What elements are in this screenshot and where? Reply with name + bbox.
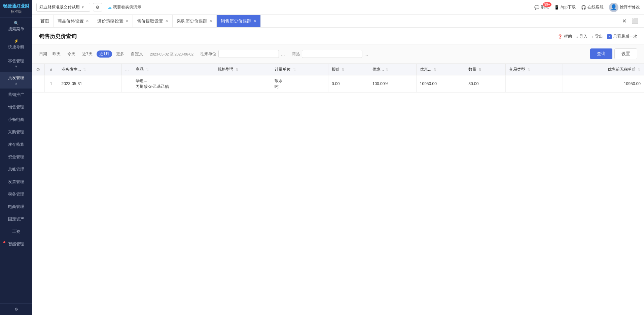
col-biz-date[interactable]: 业务发生... ⇅ <box>58 64 122 75</box>
settings-button[interactable]: 设置 <box>614 48 637 59</box>
mobile-icon: 📱 <box>554 5 559 10</box>
sidebar-item-marketing[interactable]: 营销推广 <box>0 89 32 101</box>
table-row[interactable]: 1 2023-05-31 华逍...丙烯酸-2-乙基己酯 散水吨 0.00 10… <box>32 75 644 93</box>
demo-label: 我要看实例演示 <box>113 4 141 10</box>
table-settings-icon[interactable]: ⚙ <box>36 67 40 72</box>
tab-price-settings[interactable]: 商品价格设置 ✕ <box>53 15 93 28</box>
gear-icon: ⚙ <box>96 5 100 10</box>
date-btn-last7[interactable]: 近7天 <box>79 50 95 58</box>
tab-price-extract[interactable]: 售价提取设置 ✕ <box>133 15 173 28</box>
date-btn-yesterday[interactable]: 昨天 <box>50 50 63 58</box>
app-download-button[interactable]: 📱 App下载 <box>554 4 576 10</box>
help-link[interactable]: ❓ 帮助 <box>558 34 572 39</box>
only-last-checkbox[interactable]: ✓ 只看最后一次 <box>607 34 637 39</box>
goods-dots[interactable]: ... <box>364 51 368 57</box>
sidebar-item-quicknav[interactable]: ⚡ 快捷导航 <box>0 35 32 53</box>
workspace-selector[interactable]: 好业财标准版交付试用 ▼ <box>36 3 90 12</box>
import-link[interactable]: ↓ 导入 <box>576 34 587 39</box>
chevron-down-icon: ▼ <box>81 5 84 9</box>
tab-purchase-history[interactable]: 采购历史价跟踪 ✕ <box>173 15 217 28</box>
col-trade-type[interactable]: 交易类型 ⇅ <box>506 64 563 75</box>
row-unit-cell: 散水吨 <box>271 75 328 93</box>
tab-close-icon[interactable]: ✕ <box>126 19 129 23</box>
tab-home[interactable]: 首页 <box>36 15 53 28</box>
main-area: 好业财标准版交付试用 ▼ ⚙ ☁ 我要看实例演示 💬 消息 99+ 📱 App下… <box>32 0 644 315</box>
supplier-input[interactable] <box>218 50 279 58</box>
col-settings[interactable]: ⚙ <box>32 64 44 75</box>
sidebar-item-retail[interactable]: 零售管理 ▼ <box>0 55 32 72</box>
sidebar-item-smart[interactable]: 智能管理 <box>0 238 32 250</box>
tab-sales-history[interactable]: 销售历史价跟踪 ✕ <box>217 15 261 28</box>
export-link[interactable]: ↑ 导出 <box>592 34 603 39</box>
sidebar-item-label: 库存核算 <box>8 142 24 147</box>
filter-actions: 查询 设置 <box>590 48 637 59</box>
brand-edition: 标准版 <box>3 9 29 14</box>
tab-close-button[interactable]: ✕ <box>621 16 628 26</box>
tab-restore-button[interactable]: ⬜ <box>631 16 640 26</box>
col-quoted-price[interactable]: 报价 ⇅ <box>328 64 369 75</box>
tabbar: 首页 商品价格设置 ✕ 进价策略设置 ✕ 售价提取设置 ✕ 采购历史价跟踪 ✕ … <box>32 15 644 28</box>
col-row-num: # <box>44 64 58 75</box>
demo-button[interactable]: ☁ 我要看实例演示 <box>105 3 144 11</box>
search-menu-icon: 🔍 <box>14 21 19 26</box>
online-service-button[interactable]: 🎧 在线客服 <box>581 4 604 10</box>
sidebar-item-inventory[interactable]: 库存核算 <box>0 138 32 151</box>
tab-purchase-strategy[interactable]: 进价策略设置 ✕ <box>93 15 133 28</box>
col-more[interactable]: ... <box>122 64 132 75</box>
sidebar-item-sales[interactable]: 销售管理 <box>0 101 32 113</box>
page-header: 销售历史价查询 ❓ 帮助 ↓ 导入 ↑ 导出 ✓ 只看最后一次 <box>32 28 644 44</box>
sidebar-item-assets[interactable]: 固定资产 <box>0 213 32 225</box>
sidebar-item-search[interactable]: 🔍 搜索菜单 <box>0 18 32 35</box>
only-last-label: 只看最后一次 <box>613 34 637 39</box>
tab-close-icon[interactable]: ✕ <box>86 19 89 23</box>
data-table: ⚙ # 业务发生... ⇅ ... 商品 ⇅ <box>32 64 644 93</box>
query-button[interactable]: 查询 <box>590 48 612 59</box>
tab-close-icon[interactable]: ✕ <box>253 19 256 23</box>
supplier-filter: 往来单位 ... <box>200 50 285 58</box>
sidebar-item-label: 工资 <box>12 229 20 235</box>
date-btn-last1m[interactable]: 近1月 <box>97 50 112 58</box>
row-num-cell: 1 <box>44 75 58 93</box>
date-btn-more[interactable]: 更多 <box>113 50 127 58</box>
user-name: 徐泽华修改 <box>620 4 640 10</box>
supplier-filter-label: 往来单位 <box>200 51 216 57</box>
goods-input[interactable] <box>302 50 362 58</box>
sort-icon: ⇅ <box>527 68 530 71</box>
date-btn-today[interactable]: 今天 <box>65 50 78 58</box>
date-btn-custom[interactable]: 自定义 <box>128 50 146 58</box>
sidebar-item-invoice[interactable]: 发票管理 <box>0 176 32 188</box>
sidebar-item-label: 税务管理 <box>8 191 24 197</box>
sidebar-bottom-settings[interactable]: ⚙ <box>0 303 32 315</box>
sidebar-item-finance[interactable]: 资金管理 <box>0 151 32 163</box>
col-quantity[interactable]: 数量 ⇅ <box>465 64 506 75</box>
sidebar-item-ecommerce-small[interactable]: 小畅电商 <box>0 113 32 126</box>
col-goods[interactable]: 商品 ⇅ <box>132 64 214 75</box>
col-spec[interactable]: 规格型号 ⇅ <box>214 64 271 75</box>
col-discount-amt[interactable]: 优惠... ⇅ <box>416 64 465 75</box>
col-pretax-price[interactable]: 优惠前无税单价 ⇅ <box>563 64 644 75</box>
tabbar-right: ✕ ⬜ <box>621 16 640 26</box>
sidebar-item-tax[interactable]: 税务管理 <box>0 188 32 201</box>
tab-close-icon[interactable]: ✕ <box>209 19 212 23</box>
supplier-dots[interactable]: ... <box>281 51 285 57</box>
col-discount-pct[interactable]: 优惠... ⇅ <box>369 64 416 75</box>
date-range-display: 2023-05-02 至 2023-06-02 <box>150 51 193 57</box>
sort-icon: ⇅ <box>479 68 481 71</box>
date-filter-row: 日期 昨天 今天 近7天 近1月 更多 自定义 2023-05-02 至 202… <box>39 50 193 58</box>
tab-price-settings-label: 商品价格设置 <box>58 18 84 24</box>
col-unit[interactable]: 计量单位 ⇅ <box>271 64 328 75</box>
sidebar-item-ecommerce[interactable]: 电商管理 <box>0 201 32 213</box>
sidebar-item-payroll[interactable]: 工资 <box>0 225 32 238</box>
sidebar-item-label: 营销推广 <box>8 92 24 98</box>
sidebar-item-purchase[interactable]: 采购管理 <box>0 126 32 138</box>
sidebar-item-accounting[interactable]: 总账管理 <box>0 163 32 176</box>
messages-button[interactable]: 💬 消息 99+ <box>534 4 549 10</box>
sidebar-item-wholesale[interactable]: 批发管理 ▲ <box>0 72 32 89</box>
user-menu[interactable]: 👤 徐泽华修改 <box>609 3 640 12</box>
goods-filter: 商品 ... <box>292 50 368 58</box>
page-actions: ❓ 帮助 ↓ 导入 ↑ 导出 ✓ 只看最后一次 <box>558 34 637 39</box>
row-goods-cell: 华逍...丙烯酸-2-乙基己酯 <box>132 75 214 93</box>
page-content: 销售历史价查询 ❓ 帮助 ↓ 导入 ↑ 导出 ✓ 只看最后一次 <box>32 28 644 315</box>
tab-close-icon[interactable]: ✕ <box>165 19 168 23</box>
topbar-settings-button[interactable]: ⚙ <box>93 3 102 11</box>
